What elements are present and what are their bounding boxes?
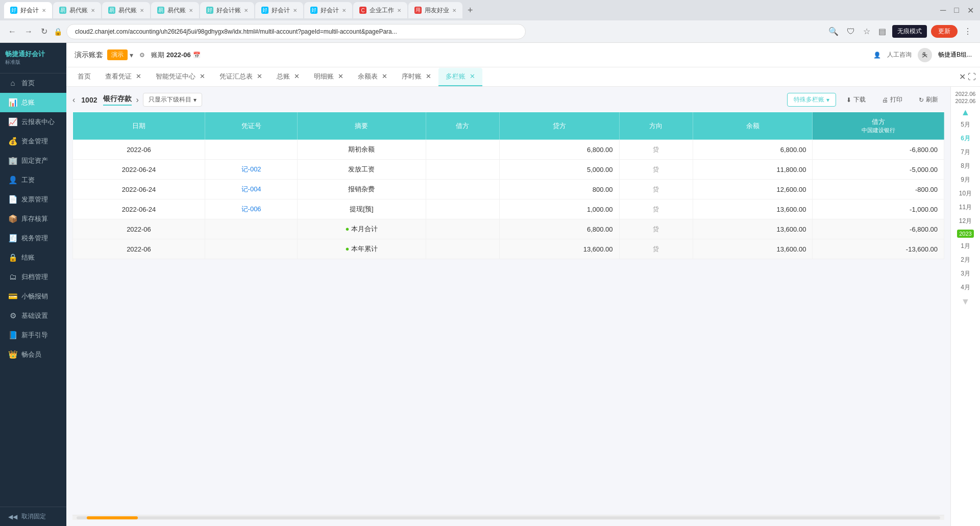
settings-icon-header[interactable]: ⚙	[139, 52, 145, 59]
dropdown-icon[interactable]: ▾	[130, 51, 133, 59]
next-account-button[interactable]: ›	[136, 95, 138, 105]
month-aug[interactable]: 8月	[951, 159, 980, 173]
td-voucher-2[interactable]: 记-004	[205, 180, 297, 199]
page-tab-sequence-close[interactable]: ✕	[426, 72, 431, 80]
sidebar-item-tax[interactable]: 🧾 税务管理	[0, 229, 66, 248]
forward-button[interactable]: →	[22, 25, 35, 38]
print-button[interactable]: 🖨 打印	[876, 93, 909, 106]
collapse-right-button[interactable]: ✕	[959, 72, 966, 82]
month-mar[interactable]: 3月	[951, 267, 980, 281]
browser-tab-8[interactable]: C 企业工作 ✕	[353, 2, 407, 18]
tab-9-close[interactable]: ✕	[452, 8, 456, 13]
new-tab-button[interactable]: +	[463, 3, 477, 18]
browser-tab-7[interactable]: 好 好会计 ✕	[304, 2, 352, 18]
sidebar-item-expense[interactable]: 💳 小畅报销	[0, 287, 66, 306]
tab-2-close[interactable]: ✕	[140, 8, 144, 13]
consultation-label[interactable]: 人工咨询	[887, 51, 912, 59]
table-container[interactable]: 日期 凭证号 摘要 借方 贷方 方向 余额 借方 中国建设银行	[72, 112, 944, 515]
menu-button[interactable]: ⋮	[962, 24, 974, 38]
month-nov[interactable]: 11月	[951, 201, 980, 214]
browser-tab-5[interactable]: 好 好会计 ✕	[4, 2, 52, 18]
search-button[interactable]: 🔍	[826, 24, 841, 38]
reload-button[interactable]: ↻	[39, 24, 50, 38]
browser-tab-2[interactable]: 易 易代账 ✕	[102, 2, 150, 18]
sidebar-item-fund[interactable]: 💰 资金管理	[0, 132, 66, 151]
sidebar-item-asset[interactable]: 🏢 固定资产	[0, 151, 66, 170]
browser-tab-9[interactable]: 用 用友好业 ✕	[408, 2, 462, 18]
page-tab-detail[interactable]: 明细账 ✕	[307, 68, 351, 86]
page-tab-smart[interactable]: 智能凭证中心 ✕	[149, 68, 212, 86]
wuhen-button[interactable]: 无痕模式	[892, 25, 927, 38]
page-tab-general-close[interactable]: ✕	[294, 72, 300, 80]
tab-3-close[interactable]: ✕	[189, 8, 193, 13]
special-multicolumn-button[interactable]: 特殊多栏账 ▾	[787, 93, 836, 107]
expand-button[interactable]: ⛶	[968, 72, 976, 82]
calendar-icon[interactable]: 📅	[193, 52, 201, 59]
sidebar-item-archive[interactable]: 🗂 归档管理	[0, 267, 66, 287]
page-tab-smart-close[interactable]: ✕	[200, 72, 205, 80]
page-tab-detail-close[interactable]: ✕	[338, 72, 344, 80]
sidebar-item-member[interactable]: 👑 畅会员	[0, 345, 66, 364]
tab-7-close[interactable]: ✕	[342, 8, 346, 13]
tab-8-close[interactable]: ✕	[397, 8, 401, 13]
month-dec[interactable]: 12月	[951, 214, 980, 228]
close-window-button[interactable]: ✕	[965, 4, 976, 17]
sidebar-item-settings[interactable]: ⚙ 基础设置	[0, 306, 66, 325]
browser-tab-6[interactable]: 好 好会计 ✕	[255, 2, 303, 18]
shield-button[interactable]: 🛡	[845, 25, 857, 38]
year-2023-badge[interactable]: 2023	[957, 230, 973, 238]
month-jan[interactable]: 1月	[951, 239, 980, 253]
sidebar-item-close[interactable]: 🔒 结账	[0, 248, 66, 267]
unpin-button[interactable]: ◀◀ 取消固定	[0, 507, 66, 526]
refresh-button[interactable]: ↻ 刷新	[913, 93, 944, 106]
tab-1-close[interactable]: ✕	[91, 8, 95, 13]
month-apr[interactable]: 4月	[951, 281, 980, 294]
month-june[interactable]: 6月	[951, 132, 980, 145]
scroll-thumb[interactable]	[87, 516, 138, 519]
page-tab-general[interactable]: 总账 ✕	[270, 68, 307, 86]
page-tab-balance-close[interactable]: ✕	[382, 72, 387, 80]
sidebar-item-ledger[interactable]: 📊 总账	[0, 93, 66, 112]
browser-tab-1[interactable]: 易 易代账 ✕	[53, 2, 101, 18]
page-tab-sequence[interactable]: 序时账 ✕	[395, 68, 438, 86]
browser-tab-3[interactable]: 易 易代账 ✕	[151, 2, 199, 18]
star-button[interactable]: ☆	[861, 24, 872, 38]
update-button[interactable]: 更新	[931, 25, 958, 38]
month-may[interactable]: 5月	[951, 118, 980, 132]
sidebar-item-report[interactable]: 📈 云报表中心	[0, 112, 66, 132]
month-oct[interactable]: 10月	[951, 187, 980, 201]
prev-account-button[interactable]: ‹	[72, 95, 75, 105]
page-tab-summary[interactable]: 凭证汇总表 ✕	[212, 68, 270, 86]
sidebar-item-guide[interactable]: 📘 新手引导	[0, 325, 66, 345]
month-sep[interactable]: 9月	[951, 173, 980, 187]
page-tab-voucher[interactable]: 查看凭证 ✕	[98, 68, 149, 86]
month-feb[interactable]: 2月	[951, 253, 980, 267]
tab-5-close[interactable]: ✕	[42, 8, 46, 13]
minimize-button[interactable]: ─	[938, 4, 948, 17]
td-voucher-3[interactable]: 记-006	[205, 199, 297, 219]
browser-tab-4[interactable]: 好 好会计账 ✕	[200, 2, 254, 18]
sidebar-item-salary[interactable]: 👤 工资	[0, 170, 66, 190]
sidebar-toggle-button[interactable]: ▤	[876, 24, 888, 38]
tab-6-close[interactable]: ✕	[293, 8, 297, 13]
sidebar-item-home[interactable]: ⌂ 首页	[0, 73, 66, 93]
page-tab-balance[interactable]: 余额表 ✕	[351, 68, 395, 86]
sidebar-item-invoice[interactable]: 📄 发票管理	[0, 190, 66, 209]
filter-subcategory-button[interactable]: 只显示下级科目 ▾	[143, 93, 202, 107]
back-button[interactable]: ←	[6, 25, 18, 38]
maximize-button[interactable]: □	[952, 4, 961, 17]
download-button[interactable]: ⬇ 下载	[840, 93, 872, 106]
address-input[interactable]	[66, 24, 526, 39]
page-tab-multicolumn-close[interactable]: ✕	[470, 72, 475, 80]
page-tab-voucher-close[interactable]: ✕	[136, 72, 141, 80]
page-tab-home[interactable]: 首页	[70, 68, 98, 86]
page-tab-multicolumn[interactable]: 多栏账 ✕	[438, 68, 482, 86]
page-tab-summary-close[interactable]: ✕	[257, 72, 262, 80]
tab-4-close[interactable]: ✕	[244, 8, 248, 13]
bottom-scrollbar[interactable]	[72, 515, 944, 520]
month-down-icon[interactable]: ▼	[961, 296, 970, 307]
sidebar-item-inventory[interactable]: 📦 库存核算	[0, 209, 66, 229]
month-july[interactable]: 7月	[951, 145, 980, 159]
month-up-icon[interactable]: ▲	[961, 107, 970, 118]
td-voucher-1[interactable]: 记-002	[205, 160, 297, 180]
